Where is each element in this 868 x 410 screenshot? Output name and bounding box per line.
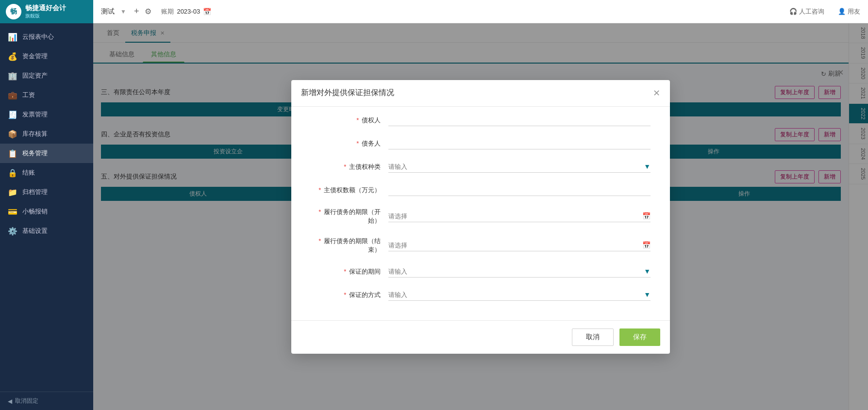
sidebar-item-label: 工资	[22, 91, 35, 99]
claim-type-select[interactable]: ▼	[388, 161, 651, 173]
claim-amount-input[interactable]	[388, 184, 651, 196]
calendar-start-icon: 📅	[642, 212, 651, 220]
modal-title: 新增对外提供保证担保情况	[301, 88, 394, 98]
app-title: 畅捷通好会计	[25, 4, 66, 13]
calendar-end-icon: 📅	[642, 241, 651, 249]
creditor-input[interactable]	[388, 115, 651, 126]
modal: 新增对外提供保证担保情况 ✕ * 债权人	[291, 80, 670, 354]
fixed-assets-icon: 🏢	[8, 71, 17, 81]
period-label: 账期	[161, 7, 174, 16]
archive-icon: 📁	[8, 187, 17, 197]
service-label: 人工咨询	[799, 7, 824, 16]
modal-body: * 债权人 * 债务人	[291, 107, 670, 320]
field-creditor: * 债权人	[311, 115, 651, 126]
expense-icon: 💳	[8, 207, 17, 216]
sidebar-item-label: 税务管理	[22, 149, 48, 158]
settings-icon: ⚙️	[8, 226, 17, 236]
guarantee-period-input[interactable]	[388, 266, 644, 277]
sidebar-item-expense[interactable]: 💳 小畅报销	[0, 202, 93, 221]
sidebar-item-label: 云报表中心	[22, 33, 54, 41]
field-period-start: * 履行债务的期限（开始） 📅	[311, 208, 651, 225]
user-menu[interactable]: 👤 用友	[838, 7, 860, 16]
service-button[interactable]: 🎧 人工咨询	[789, 7, 824, 16]
cloud-report-icon: 📊	[8, 32, 17, 42]
period-end-date[interactable]: 📅	[388, 240, 651, 251]
sidebar-item-finance[interactable]: 💰 资金管理	[0, 47, 93, 66]
field-period-end: * 履行债务的期限（结束） 📅	[311, 237, 651, 254]
sidebar-item-label: 基础设置	[22, 227, 48, 235]
field-guarantee-period: * 保证的期间 ▼	[311, 266, 651, 278]
sidebar: 畅 畅捷通好会计 旗舰版 📊 云报表中心 💰 资金管理 🏢 固定资产 💼	[0, 0, 93, 410]
calendar-icon[interactable]: 📅	[203, 8, 211, 16]
modal-close-icon[interactable]: ✕	[653, 88, 660, 98]
finance-icon: 💰	[8, 51, 17, 61]
field-debtor: * 债务人	[311, 138, 651, 149]
sidebar-item-payroll[interactable]: 💼 工资	[0, 85, 93, 105]
main-area: 测试 ▼ + ⚙ 账期 2023-03 📅 🎧 人工咨询 👤 用友	[93, 0, 868, 410]
modal-footer: 取消 保存	[291, 320, 670, 354]
cancel-pin-label: 取消固定	[15, 397, 38, 405]
claim-type-chevron-icon: ▼	[644, 163, 651, 170]
sidebar-item-invoice[interactable]: 🧾 发票管理	[0, 105, 93, 124]
field-claim-type: * 主债权种类 ▼	[311, 161, 651, 173]
debtor-label: * 债务人	[311, 139, 388, 148]
close-account-icon: 🔒	[8, 168, 17, 178]
guarantee-period-chevron-icon: ▼	[644, 267, 651, 275]
modal-overlay: 新增对外提供保证担保情况 ✕ * 债权人	[93, 23, 868, 410]
company-chevron-icon[interactable]: ▼	[120, 8, 126, 15]
field-guarantee-method: * 保证的方式 ▼	[311, 289, 651, 301]
sidebar-item-fixed-assets[interactable]: 🏢 固定资产	[0, 66, 93, 85]
period-selector: 账期 2023-03 📅	[161, 7, 211, 16]
sidebar-header: 畅 畅捷通好会计 旗舰版	[0, 0, 93, 23]
sidebar-item-label: 归档管理	[22, 188, 48, 197]
field-claim-amount: * 主债权数额（万元）	[311, 184, 651, 196]
company-name: 测试	[101, 7, 115, 16]
sidebar-item-archive[interactable]: 📁 归档管理	[0, 182, 93, 202]
cancel-button[interactable]: 取消	[572, 328, 614, 346]
invoice-icon: 🧾	[8, 110, 17, 119]
user-icon: 👤	[838, 8, 846, 15]
sidebar-item-close[interactable]: 🔒 结账	[0, 163, 93, 182]
modal-header: 新增对外提供保证担保情况 ✕	[291, 80, 670, 107]
claim-amount-label: * 主债权数额（万元）	[311, 186, 388, 195]
sidebar-item-label: 库存核算	[22, 130, 48, 138]
guarantee-period-label: * 保证的期间	[311, 267, 388, 276]
period-start-input[interactable]	[388, 211, 642, 222]
period-end-label: * 履行债务的期限（结束）	[311, 237, 388, 254]
app-edition: 旗舰版	[25, 13, 66, 19]
period-value: 2023-03	[177, 8, 200, 15]
user-label: 用友	[848, 7, 860, 16]
debtor-input[interactable]	[388, 138, 651, 149]
sidebar-footer[interactable]: ◀ 取消固定	[0, 392, 93, 410]
gear-icon[interactable]: ⚙	[145, 7, 151, 16]
sidebar-nav: 📊 云报表中心 💰 资金管理 🏢 固定资产 💼 工资 🧾 发票管理 📦	[0, 23, 93, 392]
guarantee-period-select[interactable]: ▼	[388, 266, 651, 278]
guarantee-method-chevron-icon: ▼	[644, 291, 651, 298]
save-button[interactable]: 保存	[619, 328, 660, 346]
sidebar-item-settings[interactable]: ⚙️ 基础设置	[0, 221, 93, 241]
sidebar-item-label: 小畅报销	[22, 207, 48, 216]
sidebar-item-label: 发票管理	[22, 110, 48, 119]
guarantee-method-label: * 保证的方式	[311, 291, 388, 299]
sidebar-item-label: 结账	[22, 168, 35, 177]
period-start-date[interactable]: 📅	[388, 211, 651, 222]
content-area: 首页 税务申报 ✕ 基础信息 其他信息 ↻	[93, 23, 868, 410]
topbar: 测试 ▼ + ⚙ 账期 2023-03 📅 🎧 人工咨询 👤 用友	[93, 0, 868, 23]
sidebar-item-label: 资金管理	[22, 52, 48, 61]
claim-type-label: * 主债权种类	[311, 163, 388, 171]
sidebar-item-tax[interactable]: 📋 税务管理	[0, 144, 93, 163]
add-icon[interactable]: +	[134, 6, 139, 16]
period-end-input[interactable]	[388, 240, 642, 251]
sidebar-item-inventory[interactable]: 📦 库存核算	[0, 124, 93, 144]
period-start-label: * 履行债务的期限（开始）	[311, 208, 388, 225]
pin-icon: ◀	[8, 398, 12, 405]
app-logo: 畅	[6, 4, 21, 19]
headset-icon: 🎧	[789, 8, 797, 15]
payroll-icon: 💼	[8, 90, 17, 100]
sidebar-item-label: 固定资产	[22, 71, 48, 80]
creditor-label: * 债权人	[311, 116, 388, 125]
guarantee-method-select[interactable]: ▼	[388, 289, 651, 301]
sidebar-item-cloud-report[interactable]: 📊 云报表中心	[0, 27, 93, 47]
claim-type-input[interactable]	[388, 161, 644, 172]
guarantee-method-input[interactable]	[388, 289, 644, 300]
